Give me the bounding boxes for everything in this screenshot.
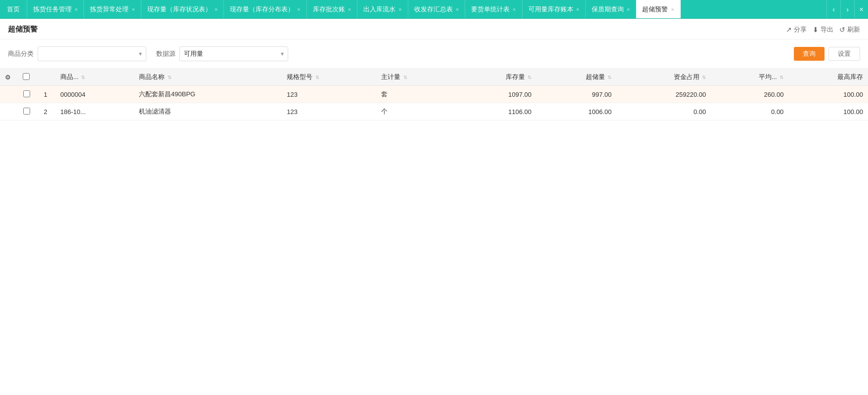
- nav-tab-label: 拣货任务管理: [33, 5, 72, 14]
- page-content: 超储预警 ↗ 分享 ⬇ 导出 ↺ 刷新 商品分类 ▾ 数据源: [0, 19, 868, 395]
- close-icon[interactable]: ×: [215, 6, 217, 12]
- row-max-stock: 100.00: [788, 86, 868, 103]
- table-row: 1 0000004 六配套新昌490BPG 123 套 1097.00 997.…: [0, 86, 868, 103]
- share-icon: ↗: [786, 26, 792, 34]
- nav-tab-chaochuyujing[interactable]: 超储预警 ×: [636, 0, 680, 18]
- sort-icon: ⇅: [527, 75, 531, 80]
- sort-icon: ⇅: [780, 75, 783, 80]
- nav-tab-jianhuorenwuguanli[interactable]: 拣货任务管理 ×: [27, 0, 84, 18]
- th-avg-label: 平均...: [759, 73, 777, 80]
- close-icon[interactable]: ×: [513, 6, 516, 12]
- nav-tab-inout-flow[interactable]: 出入库流水 ×: [357, 0, 408, 18]
- row-gear-cell: [0, 86, 18, 103]
- sort-icon: ⇅: [315, 75, 319, 80]
- nav-tab-label: 要货单统计表: [471, 5, 510, 14]
- row-capital: 0.00: [616, 103, 711, 120]
- nav-left-arrow[interactable]: ‹: [826, 0, 840, 18]
- row-unit: 个: [376, 103, 456, 120]
- query-button[interactable]: 查询: [794, 47, 825, 61]
- export-button[interactable]: ⬇ 导出: [813, 25, 833, 34]
- th-stock[interactable]: 库存量 ⇅: [456, 69, 536, 86]
- datasource-filter-group: 数据源 可用量 ▾: [156, 46, 288, 61]
- row-spec: 123: [282, 103, 376, 120]
- nav-tab-kucun-batch[interactable]: 库存批次账 ×: [307, 0, 357, 18]
- setting-button[interactable]: 设置: [828, 47, 860, 61]
- row-over-stock: 997.00: [536, 86, 616, 103]
- nav-tab-label: 库存批次账: [313, 5, 345, 14]
- nav-tab-summary[interactable]: 收发存汇总表 ×: [408, 0, 465, 18]
- refresh-button[interactable]: ↺ 刷新: [839, 25, 860, 34]
- nav-tab-label: 超储预警: [642, 5, 668, 14]
- row-capital: 259220.00: [616, 86, 711, 103]
- close-icon[interactable]: ×: [671, 6, 674, 12]
- nav-tab-label: 现存量（库存分布表）: [230, 5, 294, 14]
- nav-tab-yaohuo[interactable]: 要货单统计表 ×: [465, 0, 522, 18]
- nav-tab-baozhi[interactable]: 保质期查询 ×: [586, 0, 636, 18]
- th-goods-code[interactable]: 商品... ⇅: [55, 69, 134, 86]
- nav-more-arrow[interactable]: ×: [854, 0, 868, 18]
- row-over-stock: 1006.00: [536, 103, 616, 120]
- th-over-stock[interactable]: 超储量 ⇅: [536, 69, 616, 86]
- close-icon[interactable]: ×: [75, 6, 78, 12]
- th-goods-name[interactable]: 商品名称 ⇅: [134, 69, 282, 86]
- datasource-select[interactable]: 可用量 ▾: [179, 46, 288, 61]
- row-unit: 套: [376, 86, 456, 103]
- nav-tab-xiancunliang-dist[interactable]: 现存量（库存分布表） ×: [224, 0, 306, 18]
- th-max-stock[interactable]: 最高库存: [788, 69, 868, 86]
- gear-icon: ⚙: [5, 74, 11, 81]
- th-avg[interactable]: 平均... ⇅: [711, 69, 788, 86]
- close-icon[interactable]: ×: [348, 6, 351, 12]
- close-icon[interactable]: ×: [627, 6, 630, 12]
- row-checkbox[interactable]: [23, 108, 30, 115]
- close-icon[interactable]: ×: [131, 6, 134, 12]
- th-row-num: [36, 69, 55, 86]
- close-icon[interactable]: ×: [456, 6, 459, 12]
- nav-right-arrow[interactable]: ›: [840, 0, 854, 18]
- nav-home[interactable]: 首页: [0, 0, 27, 18]
- select-all-checkbox[interactable]: [23, 73, 30, 80]
- refresh-label: 刷新: [847, 25, 860, 34]
- export-label: 导出: [821, 25, 833, 34]
- row-spec: 123: [282, 86, 376, 103]
- checkbox-header[interactable]: [18, 69, 36, 86]
- table-header-row: ⚙ 商品... ⇅ 商品名称 ⇅ 规格型号: [0, 69, 868, 86]
- nav-arrows: ‹ › ×: [826, 0, 868, 18]
- row-gear-cell: [0, 103, 18, 120]
- export-icon: ⬇: [813, 26, 819, 34]
- category-label: 商品分类: [8, 49, 34, 58]
- row-avg: 260.00: [711, 86, 788, 103]
- nav-tab-label: 拣货异常处理: [90, 5, 129, 14]
- row-num: 1: [36, 86, 55, 103]
- th-goods-name-label: 商品名称: [139, 73, 165, 80]
- nav-tab-keyongliang[interactable]: 可用量库存账本 ×: [522, 0, 586, 18]
- row-max-stock: 100.00: [788, 103, 868, 120]
- nav-tab-xiancunliang-status[interactable]: 现存量（库存状况表） ×: [141, 0, 224, 18]
- category-select[interactable]: ▾: [38, 46, 146, 61]
- table-body: 1 0000004 六配套新昌490BPG 123 套 1097.00 997.…: [0, 86, 868, 120]
- sort-icon: ⇅: [168, 75, 172, 80]
- top-nav: 首页 拣货任务管理 × 拣货异常处理 × 现存量（库存状况表） × 现存量（库存…: [0, 0, 868, 19]
- th-spec[interactable]: 规格型号 ⇅: [282, 69, 376, 86]
- close-icon[interactable]: ×: [576, 6, 579, 12]
- datasource-label: 数据源: [156, 49, 175, 58]
- sort-icon: ⇅: [403, 75, 407, 80]
- datasource-select-value: 可用量: [184, 49, 203, 58]
- share-label: 分享: [794, 25, 807, 34]
- nav-tab-label: 保质期查询: [592, 5, 624, 14]
- nav-tab-jianhuo-yichang[interactable]: 拣货异常处理 ×: [84, 0, 141, 18]
- th-goods-code-label: 商品...: [60, 73, 79, 80]
- close-icon[interactable]: ×: [398, 6, 401, 12]
- close-icon[interactable]: ×: [297, 6, 300, 12]
- filter-area: 商品分类 ▾ 数据源 可用量 ▾ 查询 设置: [0, 40, 868, 69]
- nav-tab-label: 收发存汇总表: [414, 5, 453, 14]
- share-button[interactable]: ↗ 分享: [786, 25, 807, 34]
- gear-settings-header[interactable]: ⚙: [0, 69, 18, 86]
- th-capital[interactable]: 资金占用 ⇅: [616, 69, 711, 86]
- th-unit[interactable]: 主计量 ⇅: [376, 69, 456, 86]
- row-checkbox-cell[interactable]: [18, 103, 36, 120]
- row-stock: 1097.00: [456, 86, 536, 103]
- row-checkbox-cell[interactable]: [18, 86, 36, 103]
- page-title: 超储预警: [8, 25, 38, 34]
- row-checkbox[interactable]: [23, 90, 30, 97]
- row-goods-code: 0000004: [55, 86, 134, 103]
